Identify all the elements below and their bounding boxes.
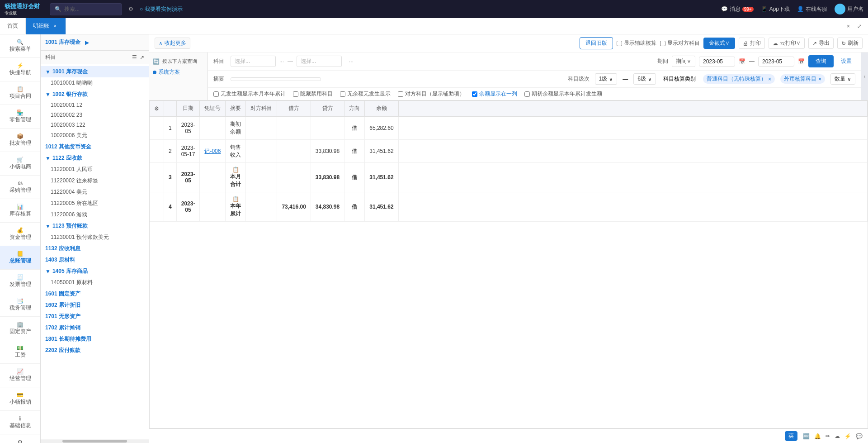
tree-node-1405[interactable]: ▼ 1405 库存商品 <box>41 266 149 277</box>
tree-node-1012[interactable]: 1012 其他货币资金 <box>41 141 149 152</box>
tree-node-10020003[interactable]: 10020003 122 <box>41 120 149 130</box>
col-opposite[interactable]: 对方科目 <box>246 101 277 116</box>
col-direction[interactable]: 方向 <box>344 101 365 116</box>
tree-node-10020002[interactable]: 10020002 23 <box>41 110 149 120</box>
navigate-forward-icon[interactable]: ▶ <box>85 39 89 46</box>
account-scrollbar[interactable] <box>41 439 149 443</box>
sidebar-item-basic[interactable]: ℹ 基础信息 <box>0 411 40 434</box>
sidebar-item-system[interactable]: ⚙ 系统管理 <box>0 434 40 443</box>
period-from-input[interactable]: 2023-05 <box>699 57 735 67</box>
tree-node-11220004[interactable]: 11220004 美元 <box>41 186 149 198</box>
level-to-select[interactable]: 6级 ∨ <box>633 73 656 85</box>
sidebar-item-wholesale[interactable]: 📦 批发管理 <box>0 129 40 152</box>
user-btn[interactable]: 用户名 <box>835 4 863 14</box>
sidebar-item-invoice[interactable]: 🧾 发票管理 <box>0 270 40 293</box>
tree-node-11220005[interactable]: 11220005 所在地区 <box>41 198 149 209</box>
status-icon-3[interactable]: ✏ <box>826 433 830 439</box>
subject-input[interactable]: 选择... <box>231 56 276 67</box>
tree-node-11230001[interactable]: 11230001 预付账款美元 <box>41 232 149 243</box>
tree-node-11220002[interactable]: 11220002 往来标签 <box>41 175 149 186</box>
format-btn[interactable]: 金额式∨ <box>703 38 735 49</box>
settings-icon[interactable]: ⚙ <box>127 4 135 14</box>
tree-node-14050001[interactable]: 14050001 原材料 <box>41 277 149 288</box>
col-date[interactable]: 日期 <box>176 101 200 116</box>
check-no-balance[interactable]: 无余额无发生显示 <box>340 90 391 98</box>
tag-foreign-close[interactable]: × <box>818 76 821 82</box>
status-icon-1[interactable]: 🔤 <box>803 433 810 439</box>
maximize-btn[interactable]: ⤢ <box>854 21 864 31</box>
tree-node-1002[interactable]: ▼ 1002 银行存款 <box>41 89 149 100</box>
tree-node-1702[interactable]: 1702 累计摊销 <box>41 322 149 333</box>
export-btn[interactable]: ↗ 导出 <box>808 38 834 49</box>
col-voucher[interactable]: 凭证号 <box>200 101 226 116</box>
online-service-btn[interactable]: 👤 在线客服 <box>797 5 827 13</box>
tab-close-btn[interactable]: × <box>52 23 58 29</box>
status-icon-4[interactable]: ☁ <box>835 433 840 439</box>
sidebar-item-funds[interactable]: 💰 资金管理 <box>0 223 40 246</box>
return-btn[interactable]: 退回旧版 <box>580 37 613 49</box>
filter-settings-link[interactable]: 设置 <box>837 56 855 67</box>
calendar-from-icon[interactable]: 📅 <box>739 58 745 65</box>
tree-node-1123[interactable]: ▼ 1123 预付账款 <box>41 220 149 232</box>
search-box[interactable]: 🔍 搜索... <box>50 3 122 15</box>
show-opposite-check[interactable]: 显示对方科目 <box>660 39 700 47</box>
sidebar-item-retail[interactable]: 🏪 零售管理 <box>0 105 40 129</box>
period-to-input[interactable]: 2023-05 <box>758 57 794 67</box>
sidebar-item-ledger[interactable]: 📒 总账管理 <box>0 246 40 270</box>
level-from-select[interactable]: 1级 ∨ <box>595 73 618 85</box>
col-summary[interactable]: 摘要 <box>226 101 246 116</box>
tree-node-1601[interactable]: 1601 固定资产 <box>41 288 149 300</box>
tab-detail[interactable]: 明细账 × <box>26 18 66 34</box>
sidebar-item-operations[interactable]: 📈 经营管理 <box>0 364 40 387</box>
col-gear[interactable]: ⚙ <box>150 101 164 116</box>
query-btn[interactable]: 查询 <box>808 55 834 67</box>
tree-node-1602[interactable]: 1602 累计折旧 <box>41 300 149 311</box>
sidebar-item-project[interactable]: 📋 项目合同 <box>0 81 40 105</box>
check-balance-col[interactable]: 余额显示在一列 <box>472 90 517 98</box>
scheme-item-system[interactable]: 系统方案 <box>149 67 208 78</box>
check-no-amount[interactable]: 无发生额显示本月本年累计 <box>213 90 286 98</box>
close-all-btn[interactable]: × <box>844 21 853 31</box>
refresh-btn[interactable]: ↻ 刷新 <box>837 38 863 49</box>
check-opposite[interactable]: 对方科目（显示辅助项） <box>398 90 465 98</box>
sidebar-item-tax[interactable]: 📑 税务管理 <box>0 293 40 317</box>
quantity-select[interactable]: 数量 ∨ <box>830 73 855 85</box>
sidebar-item-inventory[interactable]: 📊 库存核算 <box>0 199 40 223</box>
show-assist-check[interactable]: 显示辅助核算 <box>617 39 656 47</box>
check-hide-disabled[interactable]: 隐藏禁用科目 <box>293 90 333 98</box>
sidebar-item-expense[interactable]: 💳 小畅报销 <box>0 387 40 411</box>
message-btn[interactable]: 💬 消息 99+ <box>721 5 754 13</box>
sidebar-item-salary[interactable]: 💵 工资 <box>0 340 40 364</box>
demo-link[interactable]: ○ 我要看实例演示 <box>140 5 183 13</box>
collapse-btn[interactable]: ∧ 收起更多 <box>155 38 190 49</box>
tree-expand-icon[interactable]: ☰ <box>132 54 137 61</box>
cell-voucher-2[interactable]: 记-006 <box>200 140 226 163</box>
col-balance[interactable]: 余额 <box>365 101 398 116</box>
sidebar-item-quicknav[interactable]: ⚡ 快捷导航 <box>0 58 40 81</box>
app-download-btn[interactable]: 📱 App下载 <box>761 5 790 13</box>
tree-node-2202[interactable]: 2202 应付账款 <box>41 345 149 356</box>
tree-node-1801[interactable]: 1801 长期待摊费用 <box>41 333 149 345</box>
status-icon-2[interactable]: 🔔 <box>814 433 821 439</box>
tree-node-10020001[interactable]: 10020001 12 <box>41 100 149 110</box>
status-icon-6[interactable]: 💬 <box>856 433 863 439</box>
tree-node-11220006[interactable]: 11220006 游戏 <box>41 209 149 220</box>
tree-node-1701[interactable]: 1701 无形资产 <box>41 311 149 322</box>
tag-normal-close[interactable]: × <box>768 76 771 82</box>
vertical-expand-tab[interactable]: ‹ <box>861 52 868 100</box>
tree-node-1122[interactable]: ▼ 1122 应收款 <box>41 152 149 164</box>
tree-node-1001[interactable]: ▼ 1001 库存现金 <box>41 66 149 77</box>
print-btn[interactable]: 🖨 打印 <box>739 38 765 49</box>
voucher-link-2[interactable]: 记-006 <box>204 148 221 154</box>
lang-btn[interactable]: 英 <box>785 431 797 441</box>
sidebar-item-ecommerce[interactable]: 🛒 小畅电商 <box>0 152 40 176</box>
summary-input[interactable] <box>231 77 321 81</box>
sidebar-item-purchase[interactable]: 🛍 采购管理 <box>0 176 40 199</box>
col-credit[interactable]: 贷方 <box>311 101 344 116</box>
tree-node-10010001[interactable]: 10010001 哟哟哟 <box>41 77 149 89</box>
tag-foreign[interactable]: 外币核算科目 × <box>780 74 825 84</box>
status-icon-5[interactable]: ⚡ <box>844 433 851 439</box>
tree-collapse-icon[interactable]: ↗ <box>140 54 144 61</box>
calendar-to-icon[interactable]: 📅 <box>798 58 805 65</box>
tag-normal[interactable]: 普通科目（无特殊核算） × <box>703 74 775 84</box>
